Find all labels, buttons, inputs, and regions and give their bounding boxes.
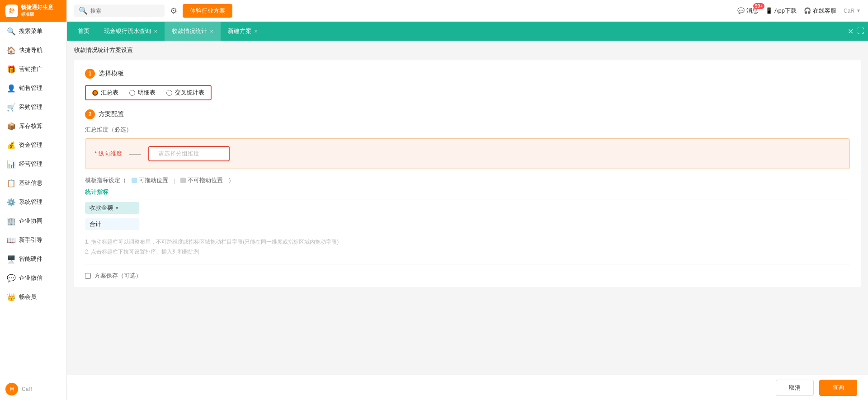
tab-bank-flow[interactable]: 现金银行流水查询 ✕ [97,22,165,41]
search-box[interactable]: 🔍 [74,5,165,17]
vertical-dim-row: * 纵向维度 —— 请选择分组维度 [94,146,840,161]
sidebar-label-hardware: 智能硬件 [19,255,42,263]
metric-tag-dropdown-icon[interactable]: ▾ [116,205,118,211]
sidebar-item-quick-nav[interactable]: 🏠 快捷导航 [0,41,66,60]
save-checkbox[interactable] [85,273,91,279]
step1-section: 1 选择模板 汇总表 明细表 交叉统计表 [85,69,850,100]
message-btn[interactable]: 💬 消息 99+ [737,7,758,15]
fixed-dot [180,178,186,183]
basics-icon: 📋 [7,179,15,187]
online-service-btn[interactable]: 🎧 在线客服 [804,7,836,15]
step2-header: 2 方案配置 [85,109,850,119]
maximize-icon[interactable]: ⛶ [857,27,864,35]
radio-cross[interactable]: 交叉统计表 [166,89,204,97]
settings-card: 1 选择模板 汇总表 明细表 交叉统计表 [74,60,861,287]
sidebar-item-member[interactable]: 👑 畅会员 [0,287,66,306]
sidebar-label-inventory: 库存核算 [19,122,42,130]
metrics-header: 模板指标设定（ 可拖动位置 | 不可拖动位置 ） [85,176,850,184]
sidebar-item-guide[interactable]: 📖 新手引导 [0,231,66,249]
tab-home[interactable]: 首页 [71,22,97,41]
sidebar-label-marketing: 营销推广 [19,65,42,73]
cancel-button[interactable]: 取消 [776,380,814,396]
sidebar-item-marketing[interactable]: 🎁 营销推广 [0,60,66,79]
sales-icon: 👤 [7,84,15,92]
sidebar-item-system[interactable]: ⚙️ 系统管理 [0,193,66,212]
tab-new-plan-label: 新建方案 [228,27,251,35]
logo-icon: 好 [5,5,18,17]
metrics-section: 模板指标设定（ 可拖动位置 | 不可拖动位置 ） 统计指标 [85,176,850,230]
step2-number: 2 [85,109,95,119]
search-icon: 🔍 [79,6,88,15]
sidebar-item-enterprise[interactable]: 🏢 企业协同 [0,212,66,231]
vertical-dim-label: * 纵向维度 [94,150,122,158]
query-button[interactable]: 查询 [819,380,857,396]
sidebar-item-finance[interactable]: 💰 资金管理 [0,136,66,155]
radio-summary[interactable]: 汇总表 [92,89,118,97]
tab-receipt-stats-label: 收款情况统计 [172,27,207,35]
message-count: 99+ [753,3,764,9]
user-info[interactable]: CaR ▼ [844,8,861,14]
online-service-label: 在线客服 [813,7,836,15]
sidebar-label-member: 畅会员 [19,293,37,301]
template-radio-group: 汇总表 明细表 交叉统计表 [85,85,212,100]
search-input[interactable] [90,8,154,14]
metric-tag-label: 收款金额 [90,204,113,212]
radio-summary-label: 汇总表 [101,89,118,97]
sidebar-label-operations: 经营管理 [19,160,42,168]
metrics-title-text: 模板指标设定（ [85,176,126,184]
sidebar-item-search-menu[interactable]: 🔍 搜索菜单 [0,22,66,41]
tab-receipt-stats-close[interactable]: ✕ [210,29,213,34]
sidebar-item-hardware[interactable]: 🖥️ 智能硬件 [0,249,66,268]
message-icon: 💬 [737,7,745,14]
dimension-area: * 纵向维度 —— 请选择分组维度 [85,138,850,169]
close-all-icon[interactable]: ✕ [848,27,854,36]
tab-receipt-stats[interactable]: 收款情况统计 ✕ [165,22,221,41]
app-download-btn[interactable]: 📱 App下载 [765,7,797,15]
sidebar-bottom: 用 CaR [0,378,66,400]
user-avatar: 用 [5,383,18,395]
tab-bank-flow-close[interactable]: ✕ [154,29,157,34]
quick-nav-icon: 🏠 [7,46,15,54]
tab-bank-flow-label: 现金银行流水查询 [104,27,151,35]
member-icon: 👑 [7,293,15,301]
app-logo: 好 畅捷通好生意 标准版 [0,0,66,22]
tip2-text: 2. 点击标题栏下拉可设置排序、插入列和删除列 [85,247,850,257]
app-name: 畅捷通好生意 [21,4,53,11]
radio-detail-input[interactable] [129,90,135,96]
step2-title: 方案配置 [99,110,124,118]
purchase-icon: 🛒 [7,103,15,111]
sidebar-item-wechat[interactable]: 💬 企业微信 [0,268,66,287]
sidebar-item-operations[interactable]: 📊 经营管理 [0,155,66,174]
dim-selector[interactable]: 请选择分组维度 [148,146,230,161]
sidebar-item-purchase[interactable]: 🛒 采购管理 [0,98,66,117]
step1-header: 1 选择模板 [85,69,850,79]
tab-new-plan-close[interactable]: ✕ [254,29,258,34]
fixed-label: 不可拖动位置 [188,176,223,184]
tab-home-label: 首页 [78,27,90,35]
sidebar-item-sales[interactable]: 👤 销售管理 [0,79,66,98]
trial-btn[interactable]: 体验行业方案 [183,4,232,18]
metric-tag-amount[interactable]: 收款金额 ▾ [85,202,139,214]
sidebar-label-system: 系统管理 [19,198,42,206]
radio-summary-input[interactable] [92,90,98,96]
marketing-icon: 🎁 [7,65,15,73]
sidebar-label-purchase: 采购管理 [19,103,42,111]
sidebar-label-quick-nav: 快捷导航 [19,46,42,54]
radio-cross-input[interactable] [166,90,172,96]
sidebar-item-inventory[interactable]: 📦 库存核算 [0,117,66,136]
finance-icon: 💰 [7,141,15,149]
metric-summary: 合计 [85,218,139,230]
user-name-topbar: CaR [844,8,854,14]
nav-tabs-controls: ✕ ⛶ [848,27,864,36]
download-icon: 📱 [765,7,773,14]
radio-detail[interactable]: 明细表 [129,89,156,97]
movable-label: 可拖动位置 [139,176,168,184]
gear-icon[interactable]: ⚙ [170,6,177,16]
tab-new-plan[interactable]: 新建方案 ✕ [221,22,265,41]
save-row: 方案保存（可选） [85,272,850,280]
step1-number: 1 [85,69,95,79]
save-label: 方案保存（可选） [94,272,142,280]
divider [85,264,850,264]
radio-cross-label: 交叉统计表 [175,89,204,97]
sidebar-item-basics[interactable]: 📋 基础信息 [0,174,66,193]
